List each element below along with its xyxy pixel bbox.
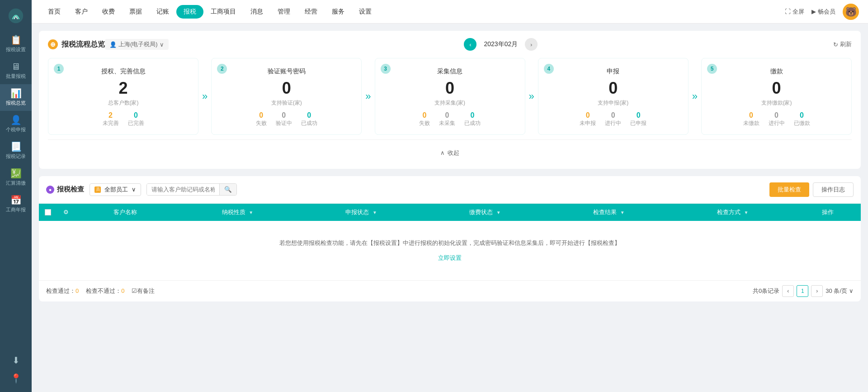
arrow-1: »	[198, 58, 211, 135]
th-check-method: 检查方式 ▼	[671, 204, 795, 221]
sidebar-item-download[interactable]: ⬇	[0, 351, 32, 369]
location-tag[interactable]: 👤 上海(电子税局) ∨	[105, 39, 169, 50]
table-header-row: ⚙ 客户名称 纳税性质 ▼ 申报状态 ▼	[39, 204, 861, 221]
step-5-card: 5 缴款 0 支持缴款(家) 0 未缴款 0 进行中	[701, 58, 852, 135]
user-avatar[interactable]: 🐻	[843, 4, 859, 20]
th-name: 客户名称	[75, 204, 175, 221]
nav-service[interactable]: 服务	[325, 5, 352, 19]
search-btn[interactable]: 🔍	[219, 184, 236, 195]
th-tax-type: 纳税性质 ▼	[175, 204, 299, 221]
nav-business[interactable]: 工商项目	[203, 5, 243, 19]
dropdown-icon: ∨	[132, 186, 136, 193]
th-check-result: 检查结果 ▼	[547, 204, 671, 221]
nav-settings[interactable]: 设置	[352, 5, 379, 19]
step-3-card: 3 采集信息 0 支持采集(家) 0 失败 0 未采集	[375, 58, 525, 135]
nav-accounting[interactable]: 记账	[149, 5, 176, 19]
filing-status-filter-icon[interactable]: ▼	[373, 210, 377, 215]
sidebar: 📋 报税设置 🖥 批量报税 📊 报税总览 👤 个税申报 📃 报税记录 💹 汇算清…	[0, 0, 32, 392]
collapse-btn[interactable]: ∧ 收起	[48, 144, 852, 162]
tax-type-filter-icon[interactable]: ▼	[249, 210, 253, 215]
step-4-card: 4 申报 0 支持申报(家) 0 未申报 0 进行中	[538, 58, 689, 135]
step-5-count: 0	[709, 79, 844, 97]
step-2-stat-fail: 0 失败	[256, 111, 267, 127]
next-page-btn[interactable]: ›	[811, 285, 823, 297]
step-4-count: 0	[546, 79, 681, 97]
sidebar-bottom: ⬇ 📍	[0, 351, 32, 392]
setup-link[interactable]: 立即设置	[438, 254, 462, 261]
fail-count[interactable]: 0	[121, 287, 124, 294]
topbar-right: ⛶ 全屏 ▶ 畅会员 🐻	[785, 4, 859, 20]
check-result-filter-icon[interactable]: ▼	[620, 210, 625, 215]
step-1-sub: 总客户数(家)	[56, 99, 191, 107]
steps-row: 1 授权、完善信息 2 总客户数(家) 2 未完善 0 已完善	[48, 58, 852, 135]
operation-log-btn[interactable]: 操作日志	[813, 182, 854, 197]
search-box: 🔍	[146, 183, 237, 196]
nav-billing[interactable]: 收费	[95, 5, 122, 19]
fullscreen-btn[interactable]: ⛶ 全屏	[785, 8, 804, 16]
step-4-title: 申报	[546, 67, 681, 76]
nav-customer[interactable]: 客户	[68, 5, 95, 19]
sidebar-item-personal-filing[interactable]: 👤 个税申报	[0, 111, 32, 138]
next-month-btn[interactable]: ›	[525, 38, 538, 51]
step-4-stats: 0 未申报 0 进行中 0 已申报	[546, 111, 681, 127]
batch-check-btn[interactable]: 批量检查	[769, 182, 809, 197]
sidebar-item-tax-overview[interactable]: 📊 报税总览	[0, 84, 32, 111]
step-2-stats: 0 失败 0 验证中 0 已成功	[219, 111, 354, 127]
refresh-btn[interactable]: ↻ 刷新	[833, 40, 852, 48]
sidebar-logo	[5, 5, 27, 27]
sidebar-item-annual-report[interactable]: 📅 工商年报	[0, 191, 32, 218]
tax-check-card: ● 报税检查 员 全部员工 ∨ 🔍 批量检查 操作日志	[39, 176, 861, 301]
step-1-count: 2	[56, 79, 191, 97]
download-icon: ⬇	[12, 356, 20, 365]
nav-invoice[interactable]: 票据	[122, 5, 149, 19]
sidebar-item-tax-settings[interactable]: 📋 报税设置	[0, 31, 32, 57]
step-1-title: 授权、完善信息	[56, 67, 191, 76]
nav-management[interactable]: 管理	[270, 5, 297, 19]
step-3-stat-mid: 0 未采集	[439, 111, 455, 127]
prev-page-btn[interactable]: ‹	[782, 285, 794, 297]
overview-title: ⊕ 报税流程总览	[48, 39, 105, 49]
sidebar-item-location[interactable]: 📍	[0, 369, 32, 387]
step-5-stat-mid: 0 进行中	[769, 111, 785, 127]
col-tax-type-label: 纳税性质	[222, 209, 245, 215]
step-3-title: 采集信息	[382, 67, 518, 76]
sidebar-item-batch-tax[interactable]: 🖥 批量报税	[0, 57, 32, 84]
check-method-filter-icon[interactable]: ▼	[744, 210, 748, 215]
nav-home[interactable]: 首页	[41, 5, 68, 19]
col-payment-status-label: 缴费状态	[469, 209, 493, 215]
sidebar-item-label: 汇算清缴	[6, 180, 26, 186]
page-size-selector[interactable]: 30 条/页 ∨	[826, 287, 854, 295]
location-text: 上海(电子税局)	[118, 40, 158, 48]
sidebar-item-settlement[interactable]: 💹 汇算清缴	[0, 164, 32, 191]
total-label: 共0条记录	[753, 287, 779, 295]
nav-tax[interactable]: 报税	[176, 5, 203, 19]
step-5-num: 5	[707, 64, 717, 74]
step-4-stat-ok: 0 已申报	[630, 111, 646, 127]
empty-state: 若您想使用报税检查功能，请先在【报税设置】中进行报税的初始化设置，完成密码验证和…	[39, 221, 861, 280]
month-navigator: ‹ 2023年02月 ›	[464, 38, 538, 51]
nav-message[interactable]: 消息	[243, 5, 270, 19]
table-wrapper: ⚙ 客户名称 纳税性质 ▼ 申报状态 ▼	[39, 204, 861, 280]
check-header: ● 报税检查 员 全部员工 ∨ 🔍 批量检查 操作日志	[39, 176, 861, 204]
nav-operation[interactable]: 经营	[297, 5, 325, 19]
tax-records-icon: 📃	[10, 142, 22, 151]
col-name-label: 客户名称	[113, 209, 137, 215]
location-icon: 📍	[10, 374, 22, 383]
col-filing-status-label: 申报状态	[345, 209, 369, 215]
step-5-stats: 0 未缴款 0 进行中 0 已缴款	[709, 111, 844, 127]
person-icon: 👤	[109, 41, 117, 48]
step-1-stats: 2 未完善 0 已完善	[56, 111, 191, 127]
search-input[interactable]	[147, 184, 219, 195]
vip-button[interactable]: ▶ 畅会员	[811, 8, 835, 16]
pass-count[interactable]: 0	[75, 287, 79, 294]
select-all-checkbox[interactable]	[45, 209, 51, 215]
step-3-num: 3	[381, 64, 391, 74]
sidebar-item-tax-records[interactable]: 📃 报税记录	[0, 138, 32, 164]
settlement-icon: 💹	[10, 169, 22, 178]
payment-status-filter-icon[interactable]: ▼	[496, 210, 501, 215]
employee-tag-icon: 员	[94, 186, 101, 193]
step-2-stat-mid: 0 验证中	[276, 111, 292, 127]
employee-filter[interactable]: 员 全部员工 ∨	[90, 183, 141, 196]
empty-state-cell: 若您想使用报税检查功能，请先在【报税设置】中进行报税的初始化设置，完成密码验证和…	[39, 221, 861, 280]
prev-month-btn[interactable]: ‹	[464, 38, 476, 51]
